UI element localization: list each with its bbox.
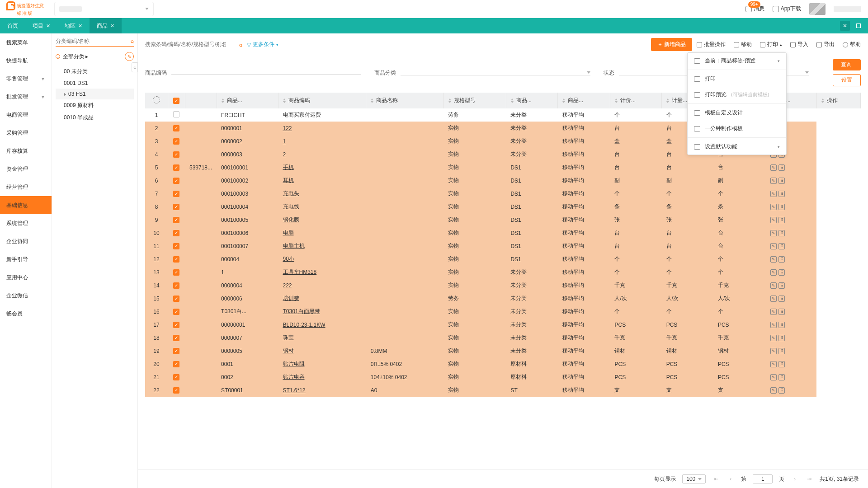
add-product-button[interactable]: ＋ 新增商品 [651,38,692,51]
nav-基础信息[interactable]: 基础信息 [0,196,52,214]
sort-icon[interactable] [821,99,825,103]
pager-prev[interactable]: ‹ [726,475,735,483]
product-name-link[interactable]: 充电头 [283,190,299,197]
edit-row-icon[interactable]: ✎ [770,296,777,302]
table-row[interactable]: 20✓0001贴片电阻0R±5% 0402实物原材料移动平均PCSPCSPCS✎… [145,357,861,371]
sort-icon[interactable] [222,99,225,103]
edit-row-icon[interactable]: ✎ [770,387,777,394]
row-checkbox[interactable]: ✓ [173,191,179,197]
messages-link[interactable]: 99+ 消息 [745,5,764,13]
more-row-icon[interactable]: ⠿ [778,387,785,394]
pager-page-input[interactable] [753,474,773,483]
query-button[interactable]: 查询 [833,59,861,70]
export-button[interactable]: 导出 [816,41,835,48]
edit-row-icon[interactable]: ✎ [770,269,777,276]
table-row[interactable]: 21✓0002贴片电容104±10% 0402实物原材料移动平均PCSPCSPC… [145,371,861,384]
product-name-link[interactable]: 充电线 [283,203,299,210]
move-button[interactable]: 移动 [734,41,752,48]
nav-批发管理[interactable]: 批发管理▼ [0,88,52,106]
search-button[interactable]: ⌕ [239,42,242,48]
row-checkbox[interactable]: ✓ [173,335,179,341]
tab-首页[interactable]: 首页 [0,18,25,33]
filter-code-input[interactable] [171,71,361,75]
edit-row-icon[interactable]: ✎ [770,256,777,263]
nav-库存核算[interactable]: 库存核算 [0,142,52,160]
sort-icon[interactable] [666,99,670,103]
edit-row-icon[interactable]: ✎ [770,164,777,171]
col-header[interactable] [145,93,168,108]
edit-row-icon[interactable]: ✎ [770,243,777,249]
row-checkbox[interactable]: ✓ [173,164,179,171]
table-row[interactable]: 10✓000100006电脑实物DS1移动平均台台台✎⠿ [145,226,861,239]
tree-node[interactable]: 0010 半成品 [56,112,134,124]
search-icon[interactable]: ⌕ [131,38,134,44]
nav-快捷导航[interactable]: 快捷导航 [0,52,52,70]
user-avatar[interactable] [809,3,826,15]
tab-地区[interactable]: 地区✕ [57,18,90,33]
nav-电商管理[interactable]: 电商管理 [0,106,52,124]
app-download-link[interactable]: App下载 [773,5,801,13]
pager-per-select[interactable]: 100 [682,474,706,483]
nav-零售管理[interactable]: 零售管理▼ [0,70,52,88]
edit-row-icon[interactable]: ✎ [770,335,777,341]
tree-node[interactable]: 0001 DS1 [56,78,134,89]
table-row[interactable]: 9✓000100005钢化膜实物DS1移动平均张张张✎⠿ [145,213,861,226]
tree-root[interactable]: – 全部分类▸ ✎ [56,52,134,61]
sort-icon[interactable] [448,99,452,103]
product-name-link[interactable]: 贴片电阻 [283,361,305,367]
fullscreen-button[interactable] [854,21,863,31]
pager-first[interactable]: ⇤ [712,475,720,483]
sort-icon[interactable] [562,99,566,103]
product-name-link[interactable]: 1 [283,138,286,145]
table-row[interactable]: 18✓0000007珠宝实物未分类移动平均千克千克千克✎⠿ [145,331,861,344]
row-checkbox[interactable]: ✓ [173,125,179,131]
product-name-link[interactable]: 90小 [283,256,294,262]
project-selector[interactable] [54,2,154,16]
product-search-input[interactable] [145,40,236,49]
more-row-icon[interactable]: ⠿ [778,374,785,380]
more-row-icon[interactable]: ⠿ [778,269,785,276]
table-row[interactable]: 16✓T0301白...T0301白面黑带实物未分类移动平均个个个✎⠿ [145,305,861,318]
row-checkbox[interactable]: ✓ [173,296,179,302]
more-row-icon[interactable]: ⠿ [778,243,785,249]
table-row[interactable]: 8✓000100004充电线实物DS1移动平均条条条✎⠿ [145,200,861,213]
row-checkbox[interactable]: ✓ [173,256,179,263]
col-header[interactable] [185,93,217,108]
product-name-link[interactable]: 贴片电容 [283,374,305,380]
more-row-icon[interactable]: ⠿ [778,178,785,184]
tree-edit-button[interactable]: ✎ [125,52,134,61]
product-name-link[interactable]: T0301白面黑带 [283,308,320,314]
edit-row-icon[interactable]: ✎ [770,230,777,236]
tab-close-icon[interactable]: ✕ [46,23,50,29]
nav-资金管理[interactable]: 资金管理 [0,160,52,178]
print-do-print[interactable]: 打印 [688,71,786,87]
edit-row-icon[interactable]: ✎ [770,322,777,328]
table-row[interactable]: 5✓539718...000100001手机实物DS1移动平均台台台✎⠿ [145,161,861,174]
sort-icon[interactable] [283,99,287,103]
edit-row-icon[interactable]: ✎ [770,348,777,354]
nav-搜索菜单[interactable]: 搜索菜单 [0,33,52,52]
product-name-link[interactable]: 珠宝 [283,334,294,341]
row-checkbox[interactable]: ✓ [173,322,179,328]
row-checkbox[interactable]: ✓ [173,269,179,276]
table-row[interactable]: 22✓ST00001ST1.6*12A0实物ST移动平均支支支✎⠿ [145,384,861,397]
nav-系统管理[interactable]: 系统管理 [0,214,52,232]
product-name-link[interactable]: 电脑 [283,230,294,236]
tab-商品[interactable]: 商品✕ [90,18,122,33]
pager-next[interactable]: › [791,475,799,483]
tree-node[interactable]: 0009 原材料 [56,99,134,112]
row-checkbox[interactable]: ✓ [173,243,179,249]
row-checkbox[interactable]: ✓ [173,309,179,315]
nav-应用中心[interactable]: 应用中心 [0,268,52,286]
product-name-link[interactable]: 电脑主机 [283,243,305,249]
product-name-link[interactable]: 手机 [283,164,294,170]
select-all-checkbox[interactable]: ✓ [173,98,179,104]
edit-row-icon[interactable]: ✎ [770,374,777,380]
product-name-link[interactable]: BLD10-23-1.1KW [283,322,326,328]
nav-企业微信[interactable]: 企业微信 [0,286,52,305]
row-checkbox[interactable]: ✓ [173,361,179,367]
print-custom-template[interactable]: 模板自定义设计 [688,105,786,121]
edit-row-icon[interactable]: ✎ [770,191,777,197]
edit-row-icon[interactable]: ✎ [770,361,777,367]
more-row-icon[interactable]: ⠿ [778,256,785,263]
